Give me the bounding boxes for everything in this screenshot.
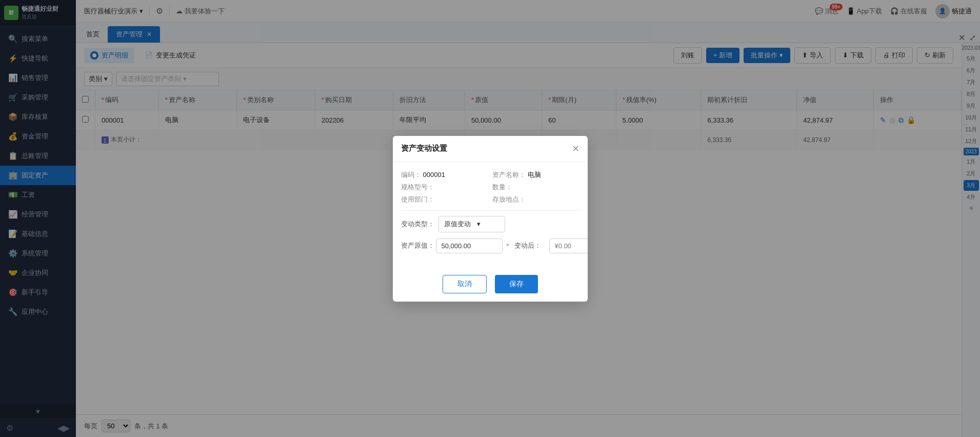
- change-type-value: 原值变动: [444, 220, 471, 229]
- modal-body: 编码： 000001 资产名称： 电脑 规格型号： 数量： 使用部门：: [393, 162, 588, 270]
- modal-footer: 取消 保存: [393, 270, 588, 302]
- info-dept: 使用部门：: [401, 195, 488, 204]
- modal-info-grid: 编码： 000001 资产名称： 电脑 规格型号： 数量： 使用部门：: [401, 170, 579, 204]
- spec-label: 规格型号：: [401, 183, 434, 192]
- chevron-down-icon: ▾: [477, 220, 481, 228]
- modal-header: 资产变动设置 ✕: [393, 136, 588, 162]
- dept-label: 使用部门：: [401, 195, 434, 204]
- info-name: 资产名称： 电脑: [492, 170, 579, 180]
- modal-close-button[interactable]: ✕: [572, 143, 579, 154]
- quantity-label: 数量：: [492, 183, 512, 192]
- asset-change-modal: 资产变动设置 ✕ 编码： 000001 资产名称： 电脑 规格型号： 数量：: [393, 136, 588, 302]
- code-label: 编码：: [401, 170, 421, 180]
- original-value-input[interactable]: [436, 239, 503, 253]
- name-label: 资产名称：: [492, 170, 526, 180]
- modal-divider: [401, 210, 579, 211]
- required-star: *: [507, 242, 509, 250]
- name-value: 电脑: [528, 170, 541, 180]
- cancel-button[interactable]: 取消: [443, 275, 487, 293]
- location-label: 存放地点：: [492, 195, 526, 204]
- info-code: 编码： 000001: [401, 170, 488, 180]
- change-type-row: 变动类型： 原值变动 ▾: [401, 216, 579, 232]
- info-spec: 规格型号：: [401, 183, 488, 192]
- code-value: 000001: [423, 171, 445, 178]
- info-quantity: 数量：: [492, 183, 579, 192]
- after-label: 变动后：: [514, 241, 545, 250]
- info-location: 存放地点：: [492, 195, 579, 204]
- original-value-row: 资产原值： * 变动后：: [401, 239, 579, 253]
- change-type-label: 变动类型：: [401, 220, 434, 229]
- after-value-input[interactable]: [549, 239, 588, 253]
- modal-title: 资产变动设置: [401, 144, 447, 153]
- original-value-label: 资产原值：: [401, 241, 432, 250]
- save-button[interactable]: 保存: [495, 275, 538, 293]
- change-type-select[interactable]: 原值变动 ▾: [438, 216, 505, 232]
- modal-overlay: 资产变动设置 ✕ 编码： 000001 资产名称： 电脑 规格型号： 数量：: [0, 0, 980, 437]
